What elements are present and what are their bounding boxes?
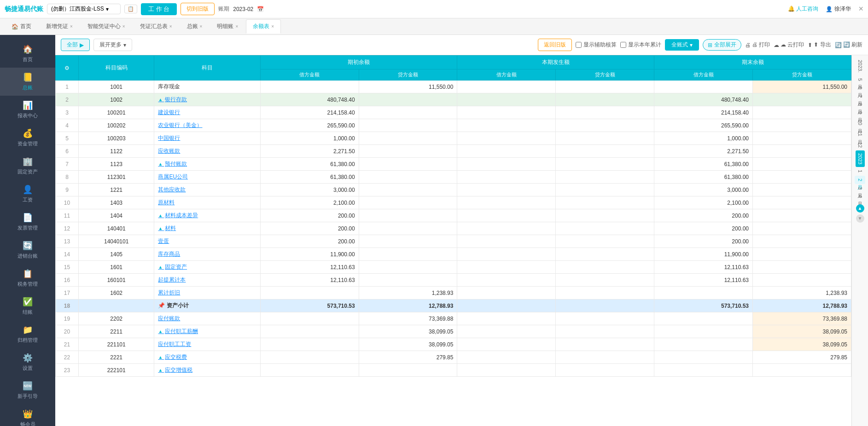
timeline-jan[interactable]: 1月	[855, 167, 865, 175]
row-name[interactable]: 燕属EU公司	[154, 171, 260, 184]
tab-close-icon[interactable]: ×	[200, 24, 203, 29]
timeline-sep[interactable]: 9月	[855, 109, 865, 117]
switch-old-button[interactable]: 切到旧版	[181, 3, 215, 15]
row-name[interactable]: 其他应收款	[154, 184, 260, 196]
row-name[interactable]: ▲ 固定资产	[154, 261, 260, 274]
row-name[interactable]: 中国银行	[154, 132, 260, 145]
sidebar-item-general-ledger[interactable]: 📒 总账	[0, 68, 55, 96]
row-name[interactable]: 建设银行	[154, 106, 260, 119]
end-debit: 200.00	[654, 222, 753, 235]
row-name[interactable]: 农业银行（美金）	[154, 119, 260, 132]
tab-detail-ledger[interactable]: 明细账 ×	[210, 19, 245, 34]
timeline-dec[interactable]: 12月	[855, 139, 865, 150]
export-button[interactable]: ⬆ ⬆ 导出	[808, 41, 831, 49]
copy-button[interactable]: 📋	[124, 5, 137, 13]
expand-icon[interactable]: ▲	[158, 97, 164, 102]
row-name[interactable]: 原材料	[154, 196, 260, 209]
expand-icon[interactable]: ▲	[158, 329, 164, 334]
row-name[interactable]: ▲ 应交增值税	[154, 364, 260, 377]
tab-voucher-summary[interactable]: 凭证汇总表 ×	[133, 19, 179, 34]
toggle-label: 全部展开	[714, 41, 736, 49]
toggle-expand-button[interactable]: ⊞ 全部展开	[703, 39, 741, 51]
row-name[interactable]: ▲ 银行存款	[154, 93, 260, 106]
close-window-button[interactable]: ×	[858, 4, 863, 14]
sidebar-item-tax[interactable]: 📋 税务管理	[0, 264, 55, 292]
row-name[interactable]: 应付职工工资	[154, 338, 260, 351]
show-year-cum-checkbox[interactable]: 显示本年累计	[620, 41, 661, 49]
tab-home[interactable]: 🏠 首页	[5, 19, 38, 34]
expand-icon[interactable]: ▲	[158, 226, 164, 231]
row-name[interactable]: ▲ 材料成本差异	[154, 209, 260, 222]
row-name[interactable]: ▲ 预付账款	[154, 158, 260, 171]
cloud-print-button[interactable]: ☁ ☁ 云打印	[774, 41, 804, 49]
sidebar-item-member[interactable]: 👑 畅会员	[0, 404, 55, 426]
print-button[interactable]: 🖨 🖨 打印	[745, 41, 770, 49]
timeline-aug[interactable]: 8月	[855, 100, 865, 109]
sidebar-item-home[interactable]: 🏠 首页	[0, 40, 55, 68]
timeline-year-2023[interactable]: 2023	[856, 150, 865, 167]
row-name[interactable]: ▲ 材料	[154, 222, 260, 235]
sidebar-item-new-guide[interactable]: 🆕 新手引导	[0, 376, 55, 404]
refresh-button[interactable]: 🔄 🔄 刷新	[835, 41, 862, 49]
user-info[interactable]: 👤 徐泽华	[826, 5, 851, 13]
end-debit: 200.00	[654, 209, 753, 222]
expand-icon[interactable]: ▲	[158, 265, 164, 270]
aux-calc-input[interactable]	[576, 42, 582, 48]
row-name[interactable]: 库存商品	[154, 248, 260, 261]
sidebar-item-fund-mgmt[interactable]: 💰 资金管理	[0, 124, 55, 152]
tab-general-ledger[interactable]: 总账 ×	[180, 19, 210, 34]
cur-debit	[457, 364, 556, 377]
row-code: 1601	[78, 261, 154, 274]
tab-home-label: 首页	[20, 23, 31, 30]
timeline-scroll-up[interactable]: ▲	[856, 204, 864, 213]
row-name[interactable]: 起提累计本	[154, 274, 260, 287]
tab-balance-sheet[interactable]: 余额表 ×	[246, 19, 281, 34]
timeline-jun[interactable]: 6月	[855, 84, 865, 92]
tab-smart-voucher[interactable]: 智能凭证中心 ×	[81, 19, 132, 34]
row-name[interactable]: 应付账款	[154, 312, 260, 325]
row-name[interactable]: ▲ 应付职工薪酬	[154, 325, 260, 338]
tab-close-icon[interactable]: ×	[235, 24, 238, 29]
sidebar-item-salary[interactable]: 👤 工资	[0, 180, 55, 208]
timeline-oct[interactable]: 10月	[855, 117, 865, 128]
show-aux-calc-checkbox[interactable]: 显示辅助核算	[576, 41, 617, 49]
sidebar-item-report-center[interactable]: 📊 报表中心	[0, 96, 55, 124]
timeline-mar[interactable]: 3月	[855, 184, 865, 192]
expand-icon[interactable]: ▲	[158, 161, 164, 167]
row-name[interactable]: 应收账款	[154, 145, 260, 158]
consult-button[interactable]: 🔔 人工咨询	[788, 5, 818, 13]
expand-icon[interactable]: ▲	[158, 368, 164, 373]
all-button[interactable]: 全部 ▶	[61, 39, 90, 51]
sidebar-item-archive[interactable]: 📁 归档管理	[0, 320, 55, 348]
sidebar-item-settlement[interactable]: ✅ 结账	[0, 292, 55, 320]
workbench-button[interactable]: 工 作 台	[141, 3, 177, 15]
sidebar-item-invoice[interactable]: 📄 发票管理	[0, 208, 55, 236]
timeline-apr[interactable]: 4月	[855, 192, 865, 201]
return-old-button[interactable]: 返回旧版	[538, 39, 572, 51]
timeline-may[interactable]: 5月	[855, 75, 865, 84]
expand-icon[interactable]: ▲	[158, 355, 164, 360]
settings-col-header[interactable]: ⚙	[56, 56, 79, 81]
chevron-down-icon: ▾	[123, 42, 126, 48]
sidebar-item-settings[interactable]: ⚙️ 设置	[0, 348, 55, 376]
row-name[interactable]: ▲ 应交税费	[154, 351, 260, 364]
year-cum-input[interactable]	[620, 42, 626, 48]
timeline-feb[interactable]: 2月	[855, 176, 865, 184]
tab-close-icon[interactable]: ×	[169, 24, 172, 29]
sidebar-item-fixed-assets[interactable]: 🏢 固定资产	[0, 152, 55, 180]
timeline-scroll-down[interactable]: ▼	[856, 214, 864, 223]
row-name[interactable]: 壹蛋	[154, 235, 260, 248]
tab-close-icon[interactable]: ×	[122, 24, 125, 29]
company-selector[interactable]: (勿删）江西股金-LSS ▾	[47, 4, 121, 14]
full-form-button[interactable]: 全账式 ▾	[665, 39, 699, 51]
row-name[interactable]: 累计折旧	[154, 287, 260, 299]
tab-close-icon[interactable]: ×	[271, 24, 274, 29]
tab-close-icon[interactable]: ×	[70, 24, 73, 29]
timeline-year-2023-prev[interactable]: 2023.	[856, 57, 865, 75]
timeline-nov[interactable]: 11月	[855, 128, 865, 139]
timeline-jul[interactable]: 7月	[855, 92, 865, 100]
expand-button[interactable]: 展开更多 ▾	[93, 39, 132, 51]
tab-new-voucher[interactable]: 新增凭证 ×	[39, 19, 80, 34]
expand-icon[interactable]: ▲	[158, 213, 164, 218]
sidebar-item-purchase-sales[interactable]: 🔄 进销台账	[0, 236, 55, 264]
